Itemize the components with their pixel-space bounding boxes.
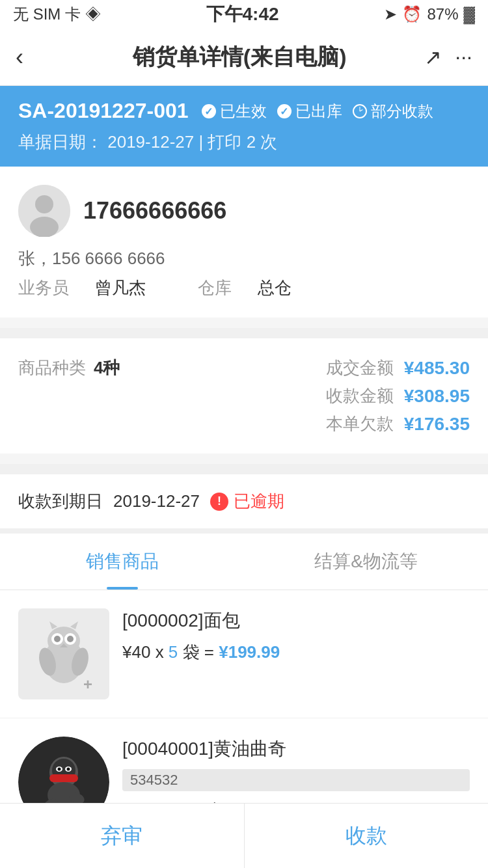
receipt-label: 收款金额 xyxy=(326,385,394,407)
divider-2 xyxy=(0,464,488,474)
badge-shipped: 已出库 xyxy=(277,101,342,122)
tab-sales-products[interactable]: 销售商品 xyxy=(0,534,244,590)
customer-details: 业务员 曾凡杰 仓库 总仓 xyxy=(18,277,470,299)
status-badges: 已生效 已出库 部分收款 xyxy=(202,101,433,122)
svg-point-1 xyxy=(35,195,53,213)
more-icon[interactable]: ··· xyxy=(455,45,472,69)
product-qty-1: 5 xyxy=(169,642,178,662)
cancel-label: 弃审 xyxy=(101,822,142,850)
status-left: 无 SIM 卡 ◈ xyxy=(13,4,101,25)
stats-section: 商品种类 4种 成交金额 ¥485.30 收款金额 ¥308.95 本单欠款 ¥… xyxy=(0,338,488,454)
sales-label: 业务员 xyxy=(18,277,69,299)
page-title: 销货单详情(来自电脑) xyxy=(133,42,347,72)
alarm-icon: ⏰ xyxy=(402,5,422,23)
svg-text:+: + xyxy=(83,675,92,693)
tab-sales-label: 销售商品 xyxy=(86,551,159,571)
share-icon[interactable]: ↗ xyxy=(424,45,442,70)
category-stat: 商品种类 4种 xyxy=(18,357,120,379)
sim-status: 无 SIM 卡 ◈ xyxy=(13,4,101,25)
owl-svg-icon: + xyxy=(18,608,109,699)
svg-point-9 xyxy=(67,636,74,642)
battery-status: 87% xyxy=(427,5,458,23)
check-icon-2 xyxy=(277,104,291,118)
customer-phone: 17666666666 xyxy=(83,197,226,224)
overdue-icon: ! xyxy=(210,493,228,511)
debt-row: 本单欠款 ¥176.35 xyxy=(326,413,470,435)
badge-partial: 部分收款 xyxy=(353,101,433,122)
location-icon: ➤ xyxy=(384,5,397,23)
debt-amount: ¥176.35 xyxy=(404,414,470,435)
svg-point-2 xyxy=(30,217,59,237)
product-total-1: ¥199.99 xyxy=(219,642,280,662)
status-time: 下午4:42 xyxy=(206,2,279,27)
svg-rect-24 xyxy=(49,774,78,782)
tab-settlement[interactable]: 结算&物流等 xyxy=(244,534,488,590)
badge-shipped-label: 已出库 xyxy=(295,101,342,122)
badge-partial-label: 部分收款 xyxy=(371,101,433,122)
svg-point-8 xyxy=(54,636,61,642)
back-button[interactable]: ‹ xyxy=(16,44,55,71)
nav-actions: ↗ ··· xyxy=(424,45,472,70)
battery-icon: ▓ xyxy=(463,5,475,23)
order-id: SA-20191227-001 xyxy=(18,99,189,123)
category-label: 商品种类 xyxy=(18,357,86,379)
divider-1 xyxy=(0,328,488,338)
warehouse-value: 总仓 xyxy=(258,277,291,299)
date-value: 2019-12-27 xyxy=(107,132,194,152)
sales-value: 曾凡杰 xyxy=(95,277,146,299)
product-price-row-1: ¥40 x 5 袋 = ¥199.99 xyxy=(122,641,470,664)
product-tag-2: 534532 xyxy=(122,769,470,791)
receipt-row: 收款金额 ¥308.95 xyxy=(326,385,470,407)
product-name-2: [00040001]黄油曲奇 xyxy=(122,737,470,761)
deal-label: 成交金额 xyxy=(326,357,394,379)
customer-row: 17666666666 xyxy=(18,185,470,237)
product-image-1: + xyxy=(18,608,109,699)
amount-stats: 成交金额 ¥485.30 收款金额 ¥308.95 本单欠款 ¥176.35 xyxy=(326,357,470,435)
product-eq-1: = xyxy=(204,642,219,662)
status-right: ➤ ⏰ 87% ▓ xyxy=(384,5,475,23)
product-info-1: [0000002]面包 ¥40 x 5 袋 = ¥199.99 xyxy=(122,608,470,664)
customer-section: 17666666666 张，156 6666 6666 业务员 曾凡杰 仓库 总… xyxy=(0,167,488,318)
confirm-button[interactable]: 收款 xyxy=(245,804,489,868)
customer-name: 张，156 6666 6666 xyxy=(18,247,470,270)
cancel-button[interactable]: 弃审 xyxy=(0,804,245,868)
print-info: | 打印 2 次 xyxy=(198,132,277,152)
bottom-bar: 弃审 收款 xyxy=(0,803,488,868)
clock-icon xyxy=(353,104,367,118)
svg-point-22 xyxy=(67,768,70,771)
status-bar: 无 SIM 卡 ◈ 下午4:42 ➤ ⏰ 87% ▓ xyxy=(0,0,488,29)
badge-effective: 已生效 xyxy=(202,101,267,122)
date-label: 单据日期： xyxy=(18,132,103,152)
overdue-text: 已逾期 xyxy=(234,490,284,513)
svg-point-21 xyxy=(58,768,61,771)
nav-bar: ‹ 销货单详情(来自电脑) ↗ ··· xyxy=(0,29,488,86)
confirm-label: 收款 xyxy=(346,822,387,850)
overdue-badge: ! 已逾期 xyxy=(210,490,284,513)
product-x-1: x xyxy=(156,642,169,662)
avatar-icon xyxy=(18,185,70,237)
avatar xyxy=(18,185,70,237)
tabs-section: 销售商品 结算&物流等 xyxy=(0,534,488,590)
deal-amount: ¥485.30 xyxy=(404,358,470,379)
order-header: SA-20191227-001 已生效 已出库 部分收款 单据日期： 2019-… xyxy=(0,86,488,167)
deal-row: 成交金额 ¥485.30 xyxy=(326,357,470,379)
order-date: 单据日期： 2019-12-27 | 打印 2 次 xyxy=(18,131,470,154)
tab-settlement-label: 结算&物流等 xyxy=(314,551,418,571)
tabs-row: 销售商品 结算&物流等 xyxy=(0,534,488,590)
badge-effective-label: 已生效 xyxy=(220,101,267,122)
product-price-1: ¥40 xyxy=(122,642,150,662)
due-date: 2019-12-27 xyxy=(113,491,200,511)
due-label: 收款到期日 xyxy=(18,490,103,513)
product-item: + [0000002]面包 ¥40 x 5 袋 = ¥199.99 xyxy=(0,590,488,718)
product-name-1: [0000002]面包 xyxy=(122,608,470,633)
due-section: 收款到期日 2019-12-27 ! 已逾期 xyxy=(0,474,488,534)
receipt-amount: ¥308.95 xyxy=(404,386,470,407)
debt-label: 本单欠款 xyxy=(326,413,394,435)
warehouse-label: 仓库 xyxy=(198,277,232,299)
check-icon-1 xyxy=(202,104,216,118)
product-unit-1: 袋 xyxy=(183,642,200,662)
category-count: 4种 xyxy=(94,357,120,379)
